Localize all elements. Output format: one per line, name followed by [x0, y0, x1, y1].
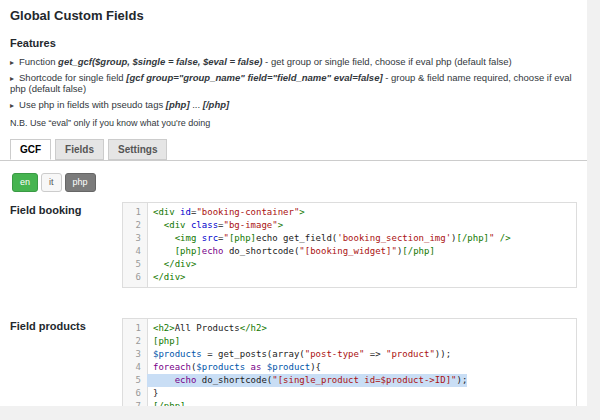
- code-token: "product": [386, 349, 435, 359]
- code-token: >: [278, 220, 283, 230]
- code-token: $product: [267, 362, 310, 372]
- code-token: <div: [164, 220, 186, 230]
- code-token: $products: [196, 362, 245, 372]
- code-token: echo get_field(: [256, 233, 337, 243]
- fields-form: Field booking1<div id="booking-container…: [10, 202, 577, 406]
- code-text: echo do_shortcode("[single_product id=$p…: [147, 374, 467, 387]
- feature-item: ▸Function get_gcf($group, $single = fals…: [10, 56, 577, 67]
- feature-text: [/php]: [203, 99, 229, 110]
- code-token: </div>: [153, 272, 186, 282]
- code-token: <img: [175, 233, 197, 243]
- code-token: $products: [153, 349, 202, 359]
- content-area: Global Custom Fields Features ▸Function …: [0, 0, 587, 406]
- code-text: [php]: [147, 335, 180, 348]
- code-token: do_shortcode(: [223, 246, 299, 256]
- lang-button-php[interactable]: php: [65, 173, 96, 192]
- code-line: 6}: [123, 387, 576, 400]
- feature-text: [gcf group="group_name" field="field_nam…: [126, 72, 382, 83]
- code-text: <h2>All Products</h2>: [147, 322, 267, 335]
- code-line: 4 [php]echo do_shortcode("[booking_widge…: [123, 245, 576, 258]
- code-token: [php]: [153, 336, 180, 346]
- wp-admin-page: { "page_title": "Global Custom Fields", …: [0, 0, 600, 420]
- tab-gcf[interactable]: GCF: [10, 139, 51, 160]
- language-switcher: enitphp: [12, 171, 577, 192]
- line-number: 5: [123, 374, 147, 387]
- code-token: "[booking_widget]": [299, 246, 397, 256]
- code-text: [php]echo do_shortcode("[booking_widget]…: [147, 245, 435, 258]
- lang-button-en[interactable]: en: [12, 173, 38, 192]
- code-token: ){: [310, 362, 321, 372]
- code-token: [153, 259, 164, 269]
- feature-text: get_gcf($group, $single = false, $eval =…: [58, 56, 262, 67]
- code-token: do_shortcode(: [196, 375, 272, 385]
- tab-settings[interactable]: Settings: [108, 139, 167, 160]
- code-text: foreach($products as $product){: [147, 361, 321, 374]
- code-token: >: [299, 207, 304, 217]
- code-token: =>: [364, 349, 386, 359]
- code-text: <div class="bg-image">: [147, 219, 283, 232]
- code-text: </div>: [147, 258, 196, 271]
- code-token: </div>: [164, 259, 197, 269]
- code-token: echo: [175, 375, 197, 385]
- field-label-field-products: Field products: [10, 318, 122, 406]
- tab-fields[interactable]: Fields: [55, 139, 104, 160]
- code-token: [/php]: [153, 401, 186, 406]
- code-token: [153, 246, 175, 256]
- code-line: 2 <div class="bg-image">: [123, 219, 576, 232]
- feature-text: ...: [190, 99, 203, 110]
- line-number: 6: [123, 271, 147, 284]
- code-line: 5 </div>: [123, 258, 576, 271]
- field-label-field-booking: Field booking: [10, 202, 122, 288]
- code-token: [/php]: [457, 233, 490, 243]
- code-text: <img src="[php]echo get_field('booking_s…: [147, 232, 511, 245]
- code-token: <div: [153, 207, 175, 217]
- code-token: "[single_product id=$product->ID]": [272, 375, 456, 385]
- line-number: 2: [123, 219, 147, 232]
- line-number: 5: [123, 258, 147, 271]
- code-line: 3 <img src="[php]echo get_field('booking…: [123, 232, 576, 245]
- code-text: </div>: [147, 271, 186, 284]
- code-token: [php]: [229, 233, 256, 243]
- code-text: <div id="booking-container">: [147, 206, 305, 219]
- code-editor-field-booking[interactable]: 1<div id="booking-container">2 <div clas…: [122, 202, 577, 288]
- gcf-tab-panel: enitphp Field booking1<div id="booking-c…: [10, 171, 577, 406]
- feature-item: ▸Use php in fields with pseudo tags [php…: [10, 99, 577, 110]
- code-line: 3$products = get_posts(array("post-type"…: [123, 348, 576, 361]
- feature-text: [php]: [166, 99, 190, 110]
- line-number: 4: [123, 361, 147, 374]
- code-line: 2[php]: [123, 335, 576, 348]
- feature-text: Shortcode for single field: [19, 72, 126, 83]
- feature-text: Use php in fields with pseudo tags: [19, 99, 166, 110]
- code-token: [153, 375, 175, 385]
- features-section: Features ▸Function get_gcf($group, $sing…: [10, 37, 577, 128]
- code-line: 1<div id="booking-container">: [123, 206, 576, 219]
- tab-bar: GCFFieldsSettings: [0, 139, 587, 161]
- code-token: />: [500, 233, 511, 243]
- code-token: );: [456, 375, 467, 385]
- code-line: 1<h2>All Products</h2>: [123, 322, 576, 335]
- lang-button-it[interactable]: it: [41, 173, 62, 192]
- feature-item: ▸Shortcode for single field [gcf group="…: [10, 72, 577, 94]
- line-number: 3: [123, 348, 147, 361]
- code-text: [/php]: [147, 400, 186, 406]
- code-token: echo: [202, 246, 224, 256]
- bullet-arrow-icon: ▸: [10, 74, 14, 83]
- code-token: src: [202, 233, 218, 243]
- page-title: Global Custom Fields: [10, 8, 577, 23]
- features-heading: Features: [10, 37, 577, 49]
- feature-text: - get group or single field, choose if e…: [262, 56, 511, 67]
- code-line: 6</div>: [123, 271, 576, 284]
- bullet-arrow-icon: ▸: [10, 101, 14, 110]
- code-token: <h2>: [153, 323, 175, 333]
- field-row-field-products: Field products1<h2>All Products</h2>2[ph…: [10, 318, 577, 406]
- code-token: 'booking_section_img': [337, 233, 451, 243]
- code-token: [153, 220, 164, 230]
- field-row-field-booking: Field booking1<div id="booking-container…: [10, 202, 577, 288]
- code-token: as: [245, 362, 267, 372]
- line-number: 1: [123, 206, 147, 219]
- code-text: $products = get_posts(array("post-type" …: [147, 348, 451, 361]
- code-editor-field-products[interactable]: 1<h2>All Products</h2>2[php]3$products =…: [122, 318, 577, 406]
- line-number: 4: [123, 245, 147, 258]
- code-text: }: [147, 387, 158, 400]
- feature-text: Function: [19, 56, 58, 67]
